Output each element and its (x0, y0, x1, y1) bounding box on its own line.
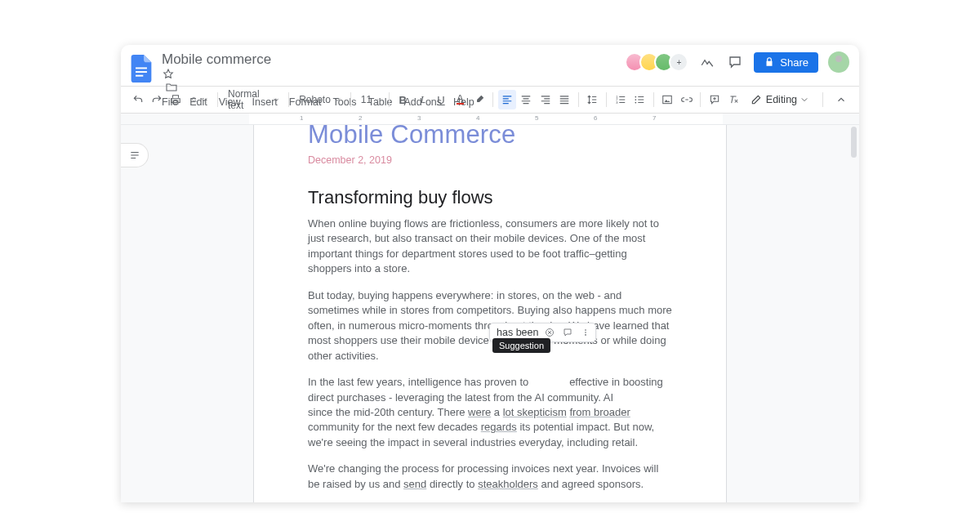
grammar-suggestion[interactable]: steakholders (478, 478, 538, 490)
separator (389, 92, 390, 107)
redo-button[interactable] (148, 90, 165, 109)
canvas: Mobile Commerce December 2, 2019 Transfo… (121, 125, 859, 502)
svg-point-7 (635, 96, 636, 98)
comments-icon[interactable] (726, 53, 744, 71)
bulleted-list-button[interactable] (630, 90, 648, 109)
paragraph-style-select[interactable]: Normal text (223, 90, 283, 109)
separator (288, 92, 289, 107)
text: and agreed sponsors. (538, 478, 644, 490)
star-icon[interactable] (162, 68, 175, 81)
share-label: Share (780, 56, 808, 69)
collapse-toolbar-button[interactable] (831, 90, 851, 109)
avatar-more[interactable]: + (669, 52, 688, 72)
grammar-suggestion[interactable]: send (403, 478, 426, 490)
ruler-mark: 1 (300, 114, 303, 122)
ruler[interactable]: 1 2 3 4 5 6 7 (121, 114, 859, 125)
dismiss-suggestion-button[interactable] (543, 326, 556, 339)
grammar-suggestion[interactable]: lot skepticism (503, 406, 567, 418)
highlight-button[interactable] (470, 90, 488, 109)
line-spacing-button[interactable] (584, 90, 601, 109)
style-label: Normal text (228, 88, 270, 111)
svg-rect-0 (136, 67, 147, 69)
separator (578, 92, 579, 107)
suggestion-tooltip: Suggestion (492, 338, 550, 353)
ruler-mark: 6 (594, 114, 597, 122)
collaborator-avatars[interactable]: + (630, 52, 688, 72)
undo-button[interactable] (129, 90, 146, 109)
outline-icon (129, 149, 140, 161)
separator (653, 92, 654, 107)
text: since the mid-20th century. There (308, 406, 468, 418)
document-date: December 2, 2019 (308, 154, 672, 166)
text: a (491, 406, 502, 418)
toolbar: Normal text Roboto 11 B I U A 123 (121, 86, 859, 114)
text: In the last few years, intelligence has … (308, 376, 532, 388)
outline-toggle[interactable] (121, 143, 149, 167)
ruler-mark: 3 (417, 114, 421, 122)
text-color-button[interactable]: A (452, 90, 469, 109)
bold-button[interactable]: B (394, 90, 412, 109)
font-size: 11 (361, 94, 372, 105)
grammar-suggestion[interactable]: from broader (569, 406, 630, 418)
document-title[interactable]: Mobile commerce (162, 51, 271, 68)
scrollbar[interactable] (851, 127, 857, 158)
paragraph: In the last few years, intelligence has … (308, 375, 672, 450)
svg-rect-10 (663, 96, 672, 103)
grammar-suggestion[interactable]: were (468, 406, 491, 418)
svg-point-9 (635, 102, 636, 104)
titlebar-right: + Share (630, 51, 849, 73)
text: directly to (426, 478, 478, 490)
zoom-select[interactable] (186, 90, 212, 109)
separator (350, 92, 351, 107)
paragraph: We're changing the process for processin… (308, 462, 672, 492)
ruler-mark: 5 (535, 114, 538, 122)
svg-text:3: 3 (616, 100, 618, 105)
align-justify-button[interactable] (555, 90, 572, 109)
lock-icon (764, 56, 775, 68)
document-page[interactable]: Mobile Commerce December 2, 2019 Transfo… (253, 125, 727, 502)
more-options-button[interactable] (579, 326, 592, 339)
share-button[interactable]: Share (754, 52, 818, 73)
font-label: Roboto (299, 94, 331, 105)
insert-image-button[interactable] (659, 90, 676, 109)
separator (492, 92, 493, 107)
insert-link-button[interactable] (678, 90, 695, 109)
align-right-button[interactable] (537, 90, 554, 109)
text: community for the next few decades (308, 421, 481, 433)
feedback-button[interactable] (561, 326, 574, 339)
ruler-page-area: 1 2 3 4 5 6 7 (249, 114, 723, 124)
account-avatar[interactable] (828, 51, 849, 73)
svg-point-8 (635, 99, 636, 100)
clear-formatting-button[interactable] (724, 90, 742, 109)
italic-button[interactable]: I (413, 90, 430, 109)
add-comment-button[interactable] (706, 90, 723, 109)
titlebar: Mobile commerce File Edit View Insert Fo… (121, 45, 859, 86)
align-left-button[interactable] (498, 90, 515, 109)
svg-rect-2 (136, 75, 143, 77)
underline-button[interactable]: U (432, 90, 449, 109)
separator (700, 92, 701, 107)
chevron-down-icon (801, 96, 808, 103)
docs-logo-icon (131, 55, 152, 83)
print-button[interactable] (167, 90, 185, 109)
document-h1: Mobile Commerce (308, 125, 672, 149)
ruler-mark: 2 (359, 114, 362, 122)
ruler-mark: 7 (653, 114, 656, 122)
editing-mode-select[interactable]: Editing (744, 91, 814, 108)
separator (217, 92, 218, 107)
grammar-suggestion[interactable]: regards (481, 421, 517, 433)
numbered-list-button[interactable]: 123 (612, 90, 629, 109)
chevron-down-icon (375, 96, 379, 103)
activity-icon[interactable] (698, 53, 716, 71)
align-center-button[interactable] (518, 90, 535, 109)
svg-point-14 (586, 334, 587, 336)
font-size-select[interactable]: 11 (356, 90, 384, 109)
paragraph: When online buying flows are frictionles… (308, 216, 672, 277)
svg-point-13 (586, 332, 587, 333)
more-vertical-icon (581, 328, 590, 337)
chevron-down-icon (201, 96, 207, 103)
svg-rect-1 (136, 71, 147, 73)
separator (606, 92, 607, 107)
toolbar-right: Editing (744, 90, 851, 109)
font-family-select[interactable]: Roboto (294, 90, 345, 109)
